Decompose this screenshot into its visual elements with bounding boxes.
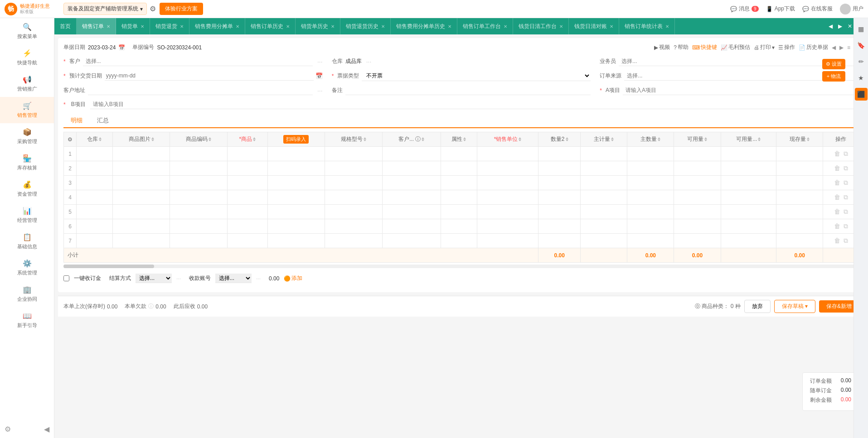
row-main-unit[interactable]	[581, 176, 627, 190]
tab-next-btn[interactable]: ▶	[836, 22, 844, 30]
copy-icon[interactable]: ⧉	[844, 164, 848, 172]
row-customer-spec[interactable]	[382, 205, 441, 219]
row-main-qty[interactable]	[627, 190, 674, 205]
delete-icon[interactable]: 🗑	[834, 193, 840, 201]
project-b-input[interactable]	[90, 100, 859, 109]
row-main-unit[interactable]	[581, 205, 627, 219]
copy-icon[interactable]: ⧉	[844, 222, 848, 230]
remark-input[interactable]	[345, 86, 591, 95]
row-stock[interactable]	[776, 161, 823, 176]
row-attribute[interactable]	[441, 147, 477, 161]
quick-deposit-checkbox[interactable]	[63, 275, 69, 281]
delete-icon[interactable]: 🗑	[834, 237, 840, 244]
add-payment-btn[interactable]: 🟠 添加	[284, 274, 302, 282]
row-code[interactable]	[170, 176, 228, 190]
th-customer-spec[interactable]: 客户... ⓘ	[382, 132, 441, 147]
address-input[interactable]	[88, 86, 313, 95]
row-product[interactable]	[227, 190, 267, 205]
row-available2[interactable]	[721, 176, 776, 190]
tab-close-icon[interactable]: ✕	[141, 24, 144, 29]
row-spec[interactable]	[325, 147, 383, 161]
video-btn[interactable]: ▶ 视频	[654, 43, 670, 51]
tab-detail[interactable]: 明细	[63, 114, 90, 128]
row-spec[interactable]	[325, 234, 383, 248]
row-product[interactable]	[227, 147, 267, 161]
row-available1[interactable]	[674, 205, 721, 219]
th-setting[interactable]: ⚙	[64, 132, 77, 147]
row-qty2[interactable]	[538, 176, 581, 190]
tab-close-all-btn[interactable]: ✕	[846, 22, 854, 30]
calendar-icon[interactable]: 📅	[315, 72, 323, 79]
row-product[interactable]	[227, 161, 267, 176]
row-main-qty[interactable]	[627, 205, 674, 219]
row-available1[interactable]	[674, 176, 721, 190]
settings-icon[interactable]: ⚙	[150, 5, 156, 13]
sidebar-item-guide[interactable]: 📖 新手引导	[0, 307, 54, 333]
delete-icon[interactable]: 🗑	[834, 208, 840, 215]
row-unit[interactable]	[477, 205, 538, 219]
row-stock[interactable]	[776, 219, 823, 234]
invoice-type-select[interactable]: 不开票	[362, 71, 591, 81]
copy-icon[interactable]: ⧉	[844, 150, 848, 157]
row-unit[interactable]	[477, 147, 538, 161]
tab-close-icon[interactable]: ✕	[107, 24, 110, 29]
th-code[interactable]: 商品编码	[170, 132, 228, 147]
setting-btn[interactable]: ⚙ 设置	[822, 59, 845, 69]
info-icon[interactable]: ⓘ	[148, 303, 154, 310]
history-btn[interactable]: 📄 历史单据	[799, 43, 828, 51]
address-more-icon[interactable]: ···	[317, 87, 323, 94]
project-a-input[interactable]	[623, 86, 859, 95]
warehouse-more-icon[interactable]: ···	[366, 58, 372, 65]
save-new-btn[interactable]: 保存&新增	[819, 300, 859, 313]
th-available1[interactable]: 可用量	[674, 132, 721, 147]
row-customer-spec[interactable]	[382, 190, 441, 205]
row-qty2[interactable]	[538, 190, 581, 205]
user-menu[interactable]: 用户	[840, 4, 863, 14]
delete-icon[interactable]: 🗑	[834, 222, 840, 230]
tab-sales-order-history[interactable]: 销售订单历史 ✕	[245, 18, 296, 34]
right-panel-star-icon[interactable]: ★	[855, 72, 868, 84]
row-unit[interactable]	[477, 219, 538, 234]
tab-close-icon[interactable]: ✕	[331, 24, 335, 29]
print-btn[interactable]: 🖨 打印 ▾	[754, 43, 775, 51]
row-qty2[interactable]	[538, 147, 581, 161]
nav-prev-icon[interactable]: ◀	[832, 44, 836, 51]
row-attribute[interactable]	[441, 176, 477, 190]
tab-sales-return[interactable]: 销货退货 ✕	[150, 18, 189, 34]
settle-method-select[interactable]: 选择...	[136, 274, 172, 283]
tab-close-icon[interactable]: ✕	[180, 24, 184, 29]
tab-summary[interactable]: 汇总	[90, 114, 116, 127]
row-qty2[interactable]	[538, 219, 581, 234]
row-product[interactable]	[227, 205, 267, 219]
row-stock[interactable]	[776, 147, 823, 161]
sidebar-item-operation[interactable]: 📊 经营管理	[0, 202, 54, 228]
row-stock[interactable]	[776, 176, 823, 190]
tab-home[interactable]: 首页	[54, 18, 77, 34]
profit-btn[interactable]: 📈 毛利预估	[721, 43, 750, 51]
row-spec[interactable]	[325, 205, 383, 219]
row-attribute[interactable]	[441, 205, 477, 219]
row-main-unit[interactable]	[581, 161, 627, 176]
horizontal-scrollbar[interactable]	[63, 265, 859, 268]
list-view-icon[interactable]: ≡	[847, 44, 850, 51]
collapse-icon[interactable]: ◀	[44, 425, 49, 433]
row-attribute[interactable]	[441, 190, 477, 205]
row-available1[interactable]	[674, 161, 721, 176]
row-product[interactable]	[227, 176, 267, 190]
tab-sales-invoice[interactable]: 销货单 ✕	[116, 18, 150, 34]
tab-close-icon[interactable]: ✕	[610, 24, 613, 29]
row-qty2[interactable]	[538, 161, 581, 176]
delete-icon[interactable]: 🗑	[834, 150, 840, 157]
tab-return-history[interactable]: 销货退货历史 ✕	[340, 18, 391, 34]
gear-icon[interactable]: ⚙	[5, 425, 11, 433]
th-qty2[interactable]: 数量2	[538, 132, 581, 147]
row-attribute[interactable]	[441, 219, 477, 234]
row-attribute[interactable]	[441, 234, 477, 248]
row-stock[interactable]	[776, 234, 823, 248]
row-main-unit[interactable]	[581, 219, 627, 234]
tab-sales-stat[interactable]: 销售订单统计表 ✕	[619, 18, 675, 34]
row-available2[interactable]	[721, 205, 776, 219]
copy-icon[interactable]: ⧉	[844, 208, 848, 215]
customer-input[interactable]	[83, 57, 313, 66]
tab-prev-btn[interactable]: ◀	[827, 22, 834, 30]
